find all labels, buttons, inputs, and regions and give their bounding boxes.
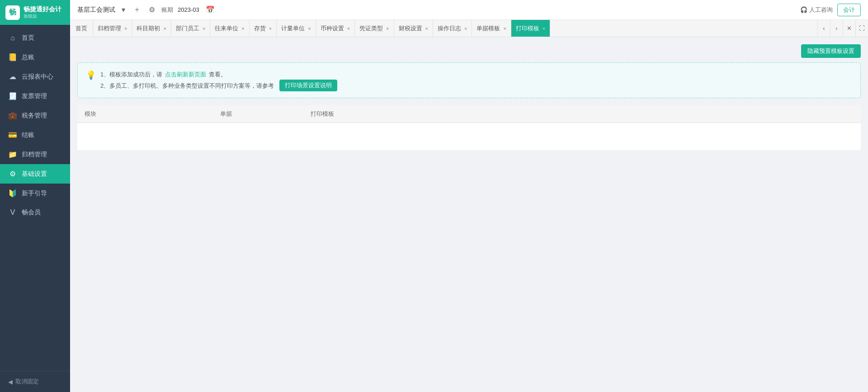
support-label: 人工咨询	[809, 6, 833, 14]
info-refresh-link[interactable]: 点击刷新新页面	[165, 69, 206, 80]
table-body	[77, 123, 861, 150]
tab-inventory-close[interactable]: ×	[269, 26, 272, 31]
tab-unit-close[interactable]: ×	[308, 26, 311, 31]
tab-operation-log-label: 操作日志	[438, 24, 461, 33]
tab-subjects[interactable]: 科目期初 ×	[132, 20, 171, 37]
info-line1-suffix: 查看。	[209, 69, 226, 80]
top-bar-right: 🎧 人工咨询 会计	[800, 4, 861, 16]
reports-icon: ☁	[8, 72, 17, 81]
sidebar: 畅 畅捷通好会计 旗舰版 ⌂ 首页 📒 总账 ☁ 云报表中心 🧾 发票管理 💼 …	[0, 0, 70, 392]
sidebar-item-guide[interactable]: 🔰 新手引导	[0, 184, 70, 203]
ledger-icon: 📒	[8, 53, 17, 61]
sidebar-item-settlement[interactable]: 💳 结账	[0, 125, 70, 145]
tab-staff-close[interactable]: ×	[203, 26, 205, 31]
sidebar-item-tax[interactable]: 💼 税务管理	[0, 106, 70, 125]
tab-archive-close[interactable]: ×	[124, 26, 127, 31]
tax-icon: 💼	[8, 111, 17, 120]
tab-voucher-type[interactable]: 凭证类型 ×	[355, 20, 394, 37]
tab-subjects-label: 科目期初	[137, 24, 160, 33]
th-doc: 单据	[213, 105, 303, 123]
info-box: 💡 1、模板添加成功后，请 点击刷新新页面 查看。 2、多员工、多打印机、多种业…	[77, 62, 861, 98]
archive-icon: 📁	[8, 150, 17, 159]
unpin-label: 取消固定	[15, 378, 39, 386]
top-bar: 基层工会测试 ▾ ＋ ⚙ 账期 2023-03 📅 🎧 人工咨询 会计	[70, 0, 868, 20]
company-name: 基层工会测试	[77, 6, 115, 14]
tab-tax-settings-close[interactable]: ×	[425, 26, 428, 31]
sidebar-label-member: 畅会员	[22, 208, 41, 217]
sidebar-item-member[interactable]: V 畅会员	[0, 203, 70, 222]
sidebar-label-archive: 归档管理	[22, 151, 47, 159]
explain-btn[interactable]: 打印场景设置说明	[279, 80, 337, 91]
sidebar-item-home[interactable]: ⌂ 首页	[0, 28, 70, 47]
tab-tax-settings[interactable]: 财税设置 ×	[394, 20, 433, 37]
tab-unit[interactable]: 计量单位 ×	[277, 20, 316, 37]
sidebar-item-invoices[interactable]: 🧾 发票管理	[0, 86, 70, 106]
unpin-icon: ◀	[8, 378, 13, 385]
tab-partner-close[interactable]: ×	[241, 26, 244, 31]
sidebar-item-archive[interactable]: 📁 归档管理	[0, 145, 70, 164]
member-icon: V	[8, 208, 17, 217]
tab-voucher-type-label: 凭证类型	[359, 24, 383, 33]
tab-bar: 首页 归档管理 × 科目期初 × 部门员工 × 往来单位 × 存货 × 计量单位…	[70, 20, 868, 37]
tab-home[interactable]: 首页	[70, 20, 93, 37]
period-value: 2023-03	[178, 6, 199, 13]
logo-icon: 畅	[5, 5, 20, 20]
tab-unit-label: 计量单位	[281, 24, 305, 33]
tab-print-template-close[interactable]: ×	[542, 26, 545, 31]
support-btn[interactable]: 🎧 人工咨询	[800, 6, 833, 14]
th-template: 打印模板	[303, 105, 861, 123]
home-icon: ⌂	[8, 34, 17, 42]
sidebar-label-settlement: 结账	[22, 131, 34, 139]
tab-operation-log-close[interactable]: ×	[464, 26, 467, 31]
tab-scroll-right-btn[interactable]: ›	[830, 20, 843, 37]
logo-subtitle: 旗舰版	[24, 13, 61, 19]
info-line2-prefix: 2、多员工、多打印机、多种业务类型设置不同打印方案等，请参考	[100, 80, 274, 91]
tab-print-template[interactable]: 打印模板 ×	[511, 20, 550, 37]
tab-subjects-close[interactable]: ×	[163, 26, 166, 31]
tab-currency[interactable]: 币种设置 ×	[316, 20, 355, 37]
period-label: 账期	[161, 6, 173, 14]
calendar-btn[interactable]: 📅	[204, 4, 217, 16]
tab-archive[interactable]: 归档管理 ×	[93, 20, 132, 37]
tab-single-template[interactable]: 单据模板 ×	[472, 20, 511, 37]
tab-currency-label: 币种设置	[321, 24, 344, 33]
sidebar-logo: 畅 畅捷通好会计 旗舰版	[0, 0, 70, 25]
hide-preview-btn[interactable]: 隐藏预置模板设置	[801, 44, 861, 58]
tab-fullscreen-btn[interactable]: ⛶	[855, 20, 868, 37]
table-header: 模块 单据 打印模板	[77, 105, 861, 123]
tab-close-btn[interactable]: ✕	[843, 20, 855, 37]
info-line-2: 2、多员工、多打印机、多种业务类型设置不同打印方案等，请参考 打印场景设置说明	[100, 80, 852, 91]
info-lines: 1、模板添加成功后，请 点击刷新新页面 查看。 2、多员工、多打印机、多种业务类…	[100, 69, 852, 91]
account-btn[interactable]: 会计	[837, 4, 861, 16]
tab-scroll-left-btn[interactable]: ‹	[817, 20, 830, 37]
tab-operation-log[interactable]: 操作日志 ×	[433, 20, 472, 37]
hide-preview-container: 隐藏预置模板设置	[77, 44, 861, 58]
main-area: 基层工会测试 ▾ ＋ ⚙ 账期 2023-03 📅 🎧 人工咨询 会计 首页 归…	[70, 0, 868, 392]
settings-icon: ⚙	[8, 170, 17, 178]
headset-icon: 🎧	[800, 6, 807, 13]
settings-gear-btn[interactable]: ⚙	[147, 4, 157, 16]
tab-currency-close[interactable]: ×	[347, 26, 350, 31]
tab-partner-label: 往来单位	[215, 24, 238, 33]
logo-text-block: 畅捷通好会计 旗舰版	[24, 5, 61, 19]
tab-tax-settings-label: 财税设置	[399, 24, 422, 33]
tab-bar-end: ‹ › ✕ ⛶	[817, 20, 868, 37]
tab-single-template-close[interactable]: ×	[503, 26, 506, 31]
guide-icon: 🔰	[8, 189, 17, 198]
info-line-1: 1、模板添加成功后，请 点击刷新新页面 查看。	[100, 69, 852, 80]
tab-partner[interactable]: 往来单位 ×	[210, 20, 249, 37]
tab-archive-label: 归档管理	[98, 24, 121, 33]
sidebar-label-guide: 新手引导	[22, 189, 47, 198]
sidebar-item-settings[interactable]: ⚙ 基础设置	[0, 164, 70, 184]
sidebar-item-ledger[interactable]: 📒 总账	[0, 47, 70, 67]
content-area: 隐藏预置模板设置 💡 1、模板添加成功后，请 点击刷新新页面 查看。 2、多员工…	[70, 37, 868, 392]
tab-staff[interactable]: 部门员工 ×	[171, 20, 210, 37]
sidebar-label-ledger: 总账	[22, 53, 34, 61]
tab-inventory[interactable]: 存货 ×	[250, 20, 277, 37]
sidebar-label-invoices: 发票管理	[22, 92, 47, 100]
tab-voucher-type-close[interactable]: ×	[386, 26, 389, 31]
sidebar-item-reports[interactable]: ☁ 云报表中心	[0, 67, 70, 86]
company-dropdown-btn[interactable]: ▾	[120, 4, 127, 16]
add-company-btn[interactable]: ＋	[132, 3, 142, 16]
sidebar-unpin[interactable]: ◀ 取消固定	[0, 371, 70, 392]
